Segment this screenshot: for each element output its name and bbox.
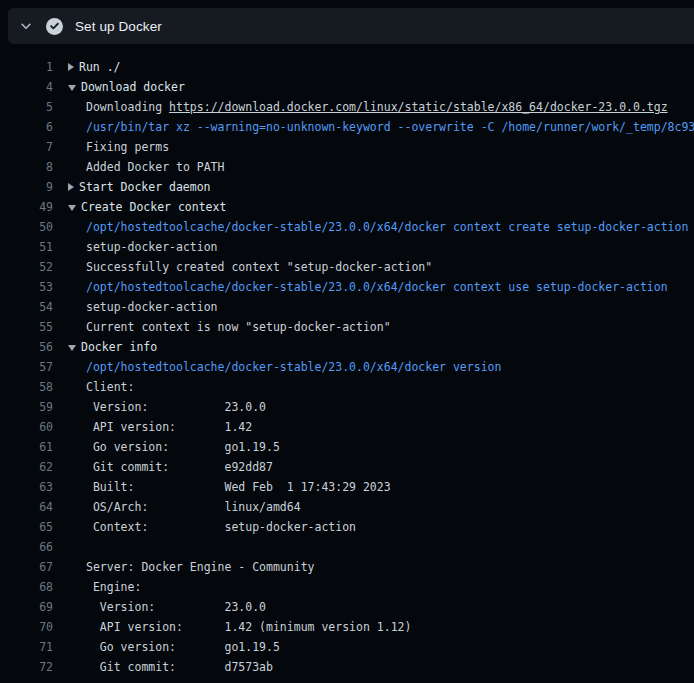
chevron-down-icon[interactable] (19, 19, 33, 33)
log-text: Version: 23.0.0 (86, 597, 266, 617)
log-text: Added Docker to PATH (86, 157, 224, 177)
group-title: Run ./ (79, 57, 121, 77)
log-link[interactable]: https://download.docker.com/linux/static… (169, 100, 668, 114)
log-line: 60 API version: 1.42 (0, 417, 694, 437)
line-number[interactable]: 8 (0, 157, 53, 177)
log-text: Client: (86, 377, 134, 397)
log-text: setup-docker-action (86, 237, 218, 257)
group-header[interactable]: Run ./ (68, 57, 121, 77)
log-text: Go version: go1.19.5 (86, 637, 280, 657)
log-text: Git commit: d7573ab (86, 657, 273, 677)
log-text: Go version: go1.19.5 (86, 437, 280, 457)
line-number[interactable]: 72 (0, 657, 53, 677)
log-line: 52Successfully created context "setup-do… (0, 257, 694, 277)
line-number[interactable]: 49 (0, 197, 53, 217)
log-text: Engine: (86, 577, 141, 597)
log-text: Context: setup-docker-action (86, 517, 356, 537)
log-text: Fixing perms (86, 137, 169, 157)
log-text: Built: Wed Feb 1 17:43:29 2023 (86, 477, 391, 497)
line-number[interactable]: 50 (0, 217, 53, 237)
log-line: 59 Version: 23.0.0 (0, 397, 694, 417)
line-number[interactable]: 1 (0, 57, 53, 77)
log-line: 8Added Docker to PATH (0, 157, 694, 177)
log-line: 51setup-docker-action (0, 237, 694, 257)
line-number[interactable]: 4 (0, 77, 53, 97)
line-number[interactable]: 9 (0, 177, 53, 197)
log-text: OS/Arch: linux/amd64 (86, 497, 301, 517)
log-line: 67Server: Docker Engine - Community (0, 557, 694, 577)
line-number[interactable]: 70 (0, 617, 53, 637)
log-line: 50/opt/hostedtoolcache/docker-stable/23.… (0, 217, 694, 237)
log-line: 54setup-docker-action (0, 297, 694, 317)
log-line: 72 Git commit: d7573ab (0, 657, 694, 677)
log-line: 61 Go version: go1.19.5 (0, 437, 694, 457)
log-line: 7Fixing perms (0, 137, 694, 157)
line-number[interactable]: 65 (0, 517, 53, 537)
log-text: Successfully created context "setup-dock… (86, 257, 432, 277)
log-command-text: /usr/bin/tar xz --warning=no-unknown-key… (86, 117, 694, 137)
line-number[interactable]: 51 (0, 237, 53, 257)
log-text: setup-docker-action (86, 297, 218, 317)
log-text: Version: 23.0.0 (86, 397, 266, 417)
line-number[interactable]: 68 (0, 577, 53, 597)
line-number[interactable]: 67 (0, 557, 53, 577)
step-header[interactable]: Set up Docker (8, 8, 694, 44)
line-number[interactable]: 53 (0, 277, 53, 297)
line-number[interactable]: 5 (0, 97, 53, 117)
group-header[interactable]: Start Docker daemon (68, 177, 211, 197)
line-number[interactable]: 71 (0, 637, 53, 657)
log-command-text: /opt/hostedtoolcache/docker-stable/23.0.… (86, 357, 501, 377)
step-title: Set up Docker (75, 19, 162, 34)
line-number[interactable]: 57 (0, 357, 53, 377)
group-header[interactable]: Create Docker context (68, 197, 226, 217)
group-title: Docker info (81, 337, 157, 357)
log-line: 58Client: (0, 377, 694, 397)
log-command-text: /opt/hostedtoolcache/docker-stable/23.0.… (86, 277, 668, 297)
log-line: 65 Context: setup-docker-action (0, 517, 694, 537)
line-number[interactable]: 69 (0, 597, 53, 617)
log-group-line[interactable]: 1Run ./ (0, 57, 694, 77)
log-group-line[interactable]: 56Docker info (0, 337, 694, 357)
log-text: API version: 1.42 (86, 417, 252, 437)
line-number[interactable]: 6 (0, 117, 53, 137)
workflow-log-viewer: Set up Docker 1Run ./4Download docker5Do… (0, 0, 694, 683)
line-number[interactable]: 56 (0, 337, 53, 357)
line-number[interactable]: 62 (0, 457, 53, 477)
log-text: API version: 1.42 (minimum version 1.12) (86, 617, 411, 637)
log-group-line[interactable]: 4Download docker (0, 77, 694, 97)
line-number[interactable]: 52 (0, 257, 53, 277)
check-circle-icon (46, 18, 63, 35)
log-group-line[interactable]: 49Create Docker context (0, 197, 694, 217)
log-line: 70 API version: 1.42 (minimum version 1.… (0, 617, 694, 637)
log-line: 62 Git commit: e92dd87 (0, 457, 694, 477)
chevron-right-icon (68, 63, 74, 71)
group-header[interactable]: Download docker (68, 77, 185, 97)
chevron-down-icon (68, 205, 76, 211)
line-number[interactable]: 61 (0, 437, 53, 457)
group-title: Start Docker daemon (79, 177, 211, 197)
line-number[interactable]: 55 (0, 317, 53, 337)
line-number[interactable]: 66 (0, 537, 53, 557)
log-text: Git commit: e92dd87 (86, 457, 273, 477)
log-text: Downloading https://download.docker.com/… (86, 97, 668, 117)
line-number[interactable]: 60 (0, 417, 53, 437)
log-line: 71 Go version: go1.19.5 (0, 637, 694, 657)
group-title: Download docker (81, 77, 185, 97)
log-lines: 1Run ./4Download docker5Downloading http… (0, 57, 694, 677)
line-number[interactable]: 7 (0, 137, 53, 157)
chevron-down-icon (68, 85, 76, 91)
log-line: 68 Engine: (0, 577, 694, 597)
log-line: 6/usr/bin/tar xz --warning=no-unknown-ke… (0, 117, 694, 137)
line-number[interactable]: 54 (0, 297, 53, 317)
line-number[interactable]: 58 (0, 377, 53, 397)
line-number[interactable]: 59 (0, 397, 53, 417)
log-line: 66 (0, 537, 694, 557)
chevron-right-icon (68, 183, 74, 191)
log-text: Server: Docker Engine - Community (86, 557, 314, 577)
log-group-line[interactable]: 9Start Docker daemon (0, 177, 694, 197)
line-number[interactable]: 64 (0, 497, 53, 517)
group-header[interactable]: Docker info (68, 337, 157, 357)
log-line: 64 OS/Arch: linux/amd64 (0, 497, 694, 517)
line-number[interactable]: 63 (0, 477, 53, 497)
log-line: 53/opt/hostedtoolcache/docker-stable/23.… (0, 277, 694, 297)
